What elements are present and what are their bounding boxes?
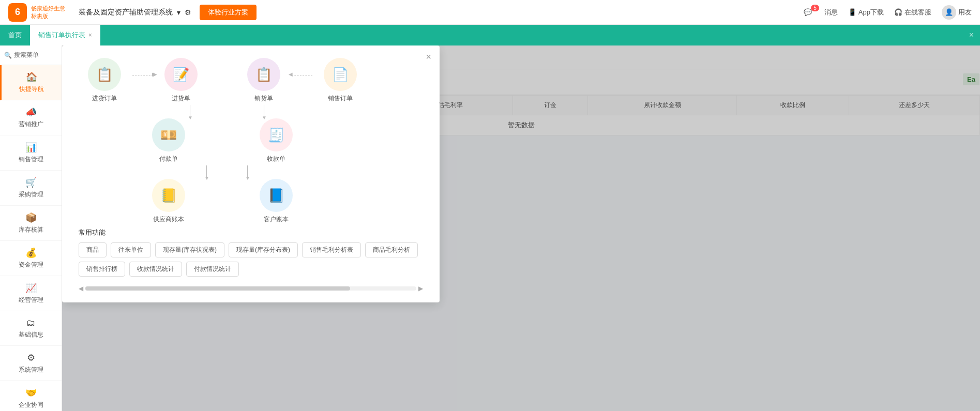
system-title-area: 装备及固定资产辅助管理系统 ▾ ⚙ 体验行业方案: [70, 5, 804, 20]
sidebar-label-system: 系统管理: [19, 366, 43, 374]
basic-info-icon: 🗂: [26, 317, 36, 328]
arrow-sales-order-to-bill: ◀: [290, 75, 314, 86]
sidebar-item-inventory[interactable]: 📦 库存核算: [0, 206, 62, 241]
modal-box: × 📋 进货订单 ▶: [62, 45, 440, 302]
sidebar-item-basic-info[interactable]: 🗂 基础信息: [0, 311, 62, 346]
app-download-icon: 📱: [848, 8, 856, 16]
common-functions-section: 常用功能 商品 往来单位 现存量(库存状况表) 现存量(库存分布表) 销售毛利分…: [79, 228, 423, 277]
func-btn-partner[interactable]: 往来单位: [111, 242, 151, 257]
arrow-purchase-order-to-bill: ▶: [130, 75, 155, 86]
purchase-order-label: 进货订单: [92, 94, 117, 103]
message-badge: 5: [811, 5, 819, 11]
sidebar-label-marketing: 营销推广: [19, 120, 43, 129]
flow-node-sales-order[interactable]: 📄 销售订单: [314, 58, 366, 103]
supplier-ledger-label: 供应商账本: [153, 215, 184, 224]
func-btn-inventory-dist[interactable]: 现存量(库存分布表): [229, 242, 298, 257]
sidebar-label-basic-info: 基础信息: [19, 330, 43, 339]
sales-icon: 📊: [25, 142, 37, 153]
header-right: 💬 5 消息 📱 App下载 🎧 在线客服 👤 用友: [804, 5, 972, 20]
system-title-text: 装备及固定资产辅助管理系统: [79, 8, 173, 17]
sidebar-item-enterprise[interactable]: 🤝 企业协同: [0, 381, 62, 411]
message-btn[interactable]: 💬 5 消息: [804, 8, 838, 17]
sidebar-search-btn[interactable]: 🔍 搜索菜单: [0, 45, 62, 65]
scroll-right-btn[interactable]: ▶: [418, 285, 423, 292]
headset-icon: 🎧: [894, 8, 902, 16]
payment-label: 付款单: [159, 155, 178, 163]
inventory-icon: 📦: [25, 212, 37, 223]
tab-close-all-btn[interactable]: ×: [969, 31, 974, 40]
tab-sales-order[interactable]: 销售订单执行表 ×: [30, 25, 100, 45]
func-btn-product[interactable]: 商品: [79, 242, 107, 257]
flow-node-purchase-order[interactable]: 📋 进货订单: [79, 58, 130, 103]
sidebar-search-label: 搜索菜单: [14, 51, 39, 59]
modal-scrollbar: ◀ ▶: [79, 285, 423, 292]
customer-ledger-circle: 📘: [260, 179, 293, 212]
sidebar-item-purchase[interactable]: 🛒 采购管理: [0, 171, 62, 206]
sales-order-circle: 📄: [324, 58, 357, 91]
flow-node-purchase-bill[interactable]: 📝 进货单: [155, 58, 207, 103]
flow-node-customer-ledger[interactable]: 📘 客户账本: [250, 179, 302, 224]
user-avatar: 👤: [942, 5, 956, 20]
func-btn-sales-rank[interactable]: 销售排行榜: [79, 262, 125, 277]
scroll-left-btn[interactable]: ◀: [79, 285, 83, 292]
flow-node-sales-bill[interactable]: 📋 销货单: [238, 58, 290, 103]
flow-node-receipt[interactable]: 🧾 收款单: [250, 118, 302, 163]
message-label: 消息: [824, 8, 838, 17]
tab-bar: 首页 销售订单执行表 × ×: [0, 25, 980, 45]
scrollbar-track[interactable]: [85, 286, 416, 291]
sidebar-item-finance[interactable]: 💰 资金管理: [0, 241, 62, 276]
sidebar-label-finance: 资金管理: [19, 261, 43, 269]
modal-overlay[interactable]: × 📋 进货订单 ▶: [62, 45, 980, 411]
supplier-ledger-circle: 📒: [152, 179, 185, 212]
finance-icon: 💰: [25, 247, 37, 258]
sidebar-label-operations: 经营管理: [19, 296, 43, 305]
online-service-btn[interactable]: 🎧 在线客服: [894, 8, 931, 17]
sales-bill-circle: 📋: [247, 58, 280, 91]
title-dropdown-icon[interactable]: ▾: [177, 8, 180, 17]
sidebar-item-marketing[interactable]: 📣 营销推广: [0, 100, 62, 135]
func-btn-payment-stat[interactable]: 付款情况统计: [186, 262, 239, 277]
sidebar-item-sales[interactable]: 📊 销售管理: [0, 135, 62, 171]
logo-area: 6 畅康通好生意 标惠版: [8, 3, 70, 22]
tab-home[interactable]: 首页: [0, 25, 30, 45]
tab-close-icon[interactable]: ×: [88, 32, 92, 39]
payment-circle: 💴: [152, 118, 185, 151]
func-row-2: 销售排行榜 收款情况统计 付款情况统计: [79, 262, 423, 277]
search-icon: 🔍: [4, 52, 12, 59]
modal-close-btn[interactable]: ×: [426, 52, 431, 63]
sales-order-label: 销售订单: [328, 94, 353, 103]
system-icon: ⚙: [27, 352, 35, 363]
scrollbar-thumb: [85, 286, 350, 291]
customer-ledger-label: 客户账本: [264, 215, 289, 224]
app-download-label: App下载: [858, 8, 884, 17]
sidebar-label-quick-nav: 快捷导航: [19, 85, 44, 94]
flow-node-payment[interactable]: 💴 付款单: [143, 118, 194, 163]
sidebar-item-system[interactable]: ⚙ 系统管理: [0, 346, 62, 381]
app-download-btn[interactable]: 📱 App下载: [848, 8, 884, 17]
receipt-circle: 🧾: [260, 118, 293, 151]
flow-node-supplier-ledger[interactable]: 📒 供应商账本: [143, 179, 194, 224]
purchase-order-circle: 📋: [88, 58, 121, 91]
enterprise-icon: 🤝: [25, 387, 37, 399]
experience-btn[interactable]: 体验行业方案: [200, 5, 257, 20]
common-functions-title: 常用功能: [79, 228, 423, 237]
sidebar-label-enterprise: 企业协同: [19, 401, 43, 409]
sidebar-item-quick-nav[interactable]: 🏠 快捷导航: [0, 65, 62, 100]
user-menu[interactable]: 👤 用友: [942, 5, 972, 20]
func-btn-sales-profit[interactable]: 销售毛利分析表: [302, 242, 361, 257]
func-btn-product-profit[interactable]: 商品毛利分析: [365, 242, 418, 257]
sales-bill-label: 销货单: [254, 94, 273, 103]
func-btn-inventory-status[interactable]: 现存量(库存状况表): [155, 242, 224, 257]
receipt-label: 收款单: [267, 155, 285, 163]
system-settings-icon[interactable]: ⚙: [185, 8, 191, 17]
user-label: 用友: [958, 8, 972, 17]
func-btn-receipt-stat[interactable]: 收款情况统计: [129, 262, 182, 277]
brand-text: 畅康通好生意 标惠版: [31, 5, 65, 20]
purchase-bill-circle: 📝: [164, 58, 198, 91]
sidebar: 🔍 搜索菜单 🏠 快捷导航 📣 营销推广 📊 销售管理 🛒 采购管理 📦 库存核…: [0, 45, 62, 411]
purchase-icon: 🛒: [25, 177, 37, 188]
operations-icon: 📈: [25, 282, 37, 294]
main-layout: 🔍 搜索菜单 🏠 快捷导航 📣 营销推广 📊 销售管理 🛒 采购管理 📦 库存核…: [0, 45, 980, 411]
purchase-bill-label: 进货单: [172, 94, 190, 103]
sidebar-item-operations[interactable]: 📈 经营管理: [0, 276, 62, 311]
